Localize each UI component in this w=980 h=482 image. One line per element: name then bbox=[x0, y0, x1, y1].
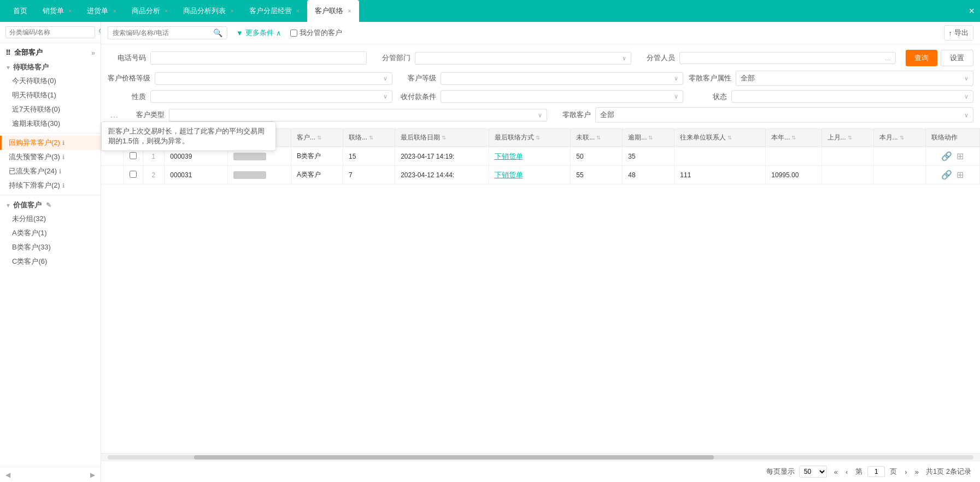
sort-icon-unit[interactable]: ⇅ bbox=[727, 135, 732, 141]
page-prev-button[interactable]: ‹ bbox=[843, 467, 850, 477]
filter-payment-caret: ∨ bbox=[674, 93, 678, 100]
action-grid-icon-1[interactable]: ⊞ bbox=[956, 151, 964, 161]
filter-actions: 查询 设置 bbox=[906, 50, 973, 66]
filter-customer-type: 客户类型 ∨ bbox=[126, 109, 547, 121]
sort-icon-overdue[interactable]: ⇅ bbox=[648, 135, 653, 141]
filter-customer-type-label: 客户类型 bbox=[126, 110, 165, 120]
sidebar-collapse-button[interactable]: » bbox=[91, 49, 95, 57]
sidebar-item-repurchase-abnormal[interactable]: 回购异常客户(2) ℹ bbox=[0, 136, 101, 150]
sidebar-item-class-c[interactable]: C类客户(6) bbox=[0, 254, 101, 269]
sort-icon-cat[interactable]: ⇅ bbox=[317, 135, 321, 141]
sidebar-item-declining[interactable]: 持续下滑客户(2) ℹ bbox=[0, 178, 101, 193]
td-last-month-2 bbox=[821, 166, 873, 184]
sort-icon-type[interactable]: ⇅ bbox=[536, 135, 540, 141]
left-arrow-icon[interactable]: ◀ bbox=[5, 471, 10, 479]
page-last-button[interactable]: » bbox=[912, 467, 922, 477]
per-page-select[interactable]: 50 100 200 bbox=[799, 466, 827, 478]
horizontal-scrollbar[interactable] bbox=[101, 453, 980, 461]
page-number-input[interactable] bbox=[867, 466, 885, 477]
action-grid-icon-2[interactable]: ⊞ bbox=[956, 170, 964, 180]
scroll-thumb[interactable] bbox=[194, 455, 713, 460]
contact-type-link-2[interactable]: 下销货单 bbox=[495, 171, 523, 179]
filter-status-label: 状态 bbox=[689, 92, 727, 102]
nav-sales-close[interactable]: × bbox=[68, 0, 72, 22]
sort-icon-tmonth[interactable]: ⇅ bbox=[900, 135, 904, 141]
search-icon[interactable]: 🔍 bbox=[213, 28, 222, 37]
sidebar-item-today[interactable]: 今天待联络(0) bbox=[0, 74, 101, 88]
search-input[interactable] bbox=[113, 29, 211, 37]
settings-button[interactable]: 设置 bbox=[941, 50, 973, 66]
td-not-contacted-2: 55 bbox=[571, 166, 623, 184]
contact-type-link-1[interactable]: 下销货单 bbox=[495, 152, 523, 160]
filter-retail-customer-select[interactable]: 全部 ∨ bbox=[595, 107, 973, 123]
filter-phone-input[interactable] bbox=[150, 51, 367, 65]
filter-status-select[interactable]: ∨ bbox=[731, 90, 973, 103]
nav-sales[interactable]: 销货单 × bbox=[35, 0, 79, 22]
sort-icon-date[interactable]: ⇅ bbox=[442, 135, 446, 141]
page-next-button[interactable]: › bbox=[902, 467, 909, 477]
sort-icon-year[interactable]: ⇅ bbox=[791, 135, 796, 141]
sidebar-search-input[interactable] bbox=[5, 26, 95, 38]
filter-gender-caret: ∨ bbox=[383, 93, 388, 100]
more-conditions-button[interactable]: ▼ 更多条件 ∧ bbox=[232, 28, 286, 38]
sidebar-item-tomorrow-label: 明天待联络(1) bbox=[12, 91, 56, 99]
filter-payment-select[interactable]: ∨ bbox=[441, 90, 683, 103]
sidebar-item-class-b[interactable]: B类客户(33) bbox=[0, 240, 101, 254]
filter-gender-select[interactable]: ∨ bbox=[150, 90, 392, 103]
sort-icon-not[interactable]: ⇅ bbox=[596, 135, 601, 141]
sidebar-item-week[interactable]: 近7天待联络(0) bbox=[0, 102, 101, 117]
nav-analysis[interactable]: 商品分析 × bbox=[124, 0, 175, 22]
td-checkbox-2[interactable] bbox=[123, 166, 143, 184]
nav-customer-tier-close[interactable]: × bbox=[296, 0, 300, 22]
sidebar-search-icon[interactable]: 🔍 bbox=[98, 28, 101, 37]
filter-manager-select[interactable]: … bbox=[679, 52, 896, 64]
sidebar-item-churned[interactable]: 已流失客户(24) ℹ bbox=[0, 164, 101, 178]
row-1-checkbox[interactable] bbox=[130, 152, 137, 159]
sidebar-divider-2 bbox=[0, 195, 101, 195]
filter-icon: ▼ bbox=[236, 29, 243, 37]
nav-purchase-close[interactable]: × bbox=[113, 0, 116, 22]
nav-analysis-close[interactable]: × bbox=[165, 0, 168, 22]
window-close-button[interactable]: × bbox=[969, 5, 975, 17]
td-last-contact-type-1[interactable]: 下销货单 bbox=[489, 147, 571, 166]
export-button[interactable]: ↑ 导出 bbox=[944, 25, 974, 40]
sidebar-item-class-a[interactable]: A类客户(1) bbox=[0, 226, 101, 240]
filter-price-grade-select[interactable]: ∨ bbox=[155, 72, 392, 85]
nav-home[interactable]: 首页 bbox=[5, 0, 35, 22]
nav-customer-contact[interactable]: 客户联络 × bbox=[307, 0, 359, 22]
sort-icon-contact[interactable]: ⇅ bbox=[369, 135, 373, 141]
sort-icon-lmonth[interactable]: ⇅ bbox=[848, 135, 852, 141]
scroll-track[interactable] bbox=[108, 455, 973, 460]
page-first-button[interactable]: « bbox=[831, 467, 841, 477]
nav-analysis-list[interactable]: 商品分析列表 × bbox=[175, 0, 241, 22]
td-last-contact-type-2[interactable]: 下销货单 bbox=[489, 166, 571, 184]
page-label: 第 bbox=[853, 466, 865, 478]
nav-customer-tier[interactable]: 客户分层经营 × bbox=[242, 0, 307, 22]
sidebar-item-tomorrow[interactable]: 明天待联络(1) bbox=[0, 88, 101, 102]
sidebar-item-unclassified[interactable]: 未分组(32) bbox=[0, 212, 101, 226]
sidebar-group-value[interactable]: ▼ 价值客户 ✎ bbox=[0, 198, 101, 212]
nav-analysis-list-close[interactable]: × bbox=[230, 0, 233, 22]
sidebar-item-churn-risk[interactable]: 流失预警客户(3) ℹ bbox=[0, 150, 101, 164]
action-link-icon-2[interactable]: 🔗 bbox=[941, 170, 952, 180]
th-this-month: 本月...⇅ bbox=[873, 129, 925, 147]
right-arrow-icon[interactable]: ▶ bbox=[90, 471, 95, 479]
action-icons-2: 🔗 ⊞ bbox=[931, 170, 974, 180]
filter-manager: 分管人员 … bbox=[637, 52, 896, 64]
sidebar-item-overdue[interactable]: 逾期未联络(30) bbox=[0, 117, 101, 131]
filter-more-dots[interactable]: … bbox=[108, 110, 121, 120]
filter-dept-select[interactable]: ∨ bbox=[415, 52, 631, 65]
filter-customer-type-select[interactable]: ∨ bbox=[169, 109, 547, 121]
nav-customer-contact-close[interactable]: × bbox=[348, 0, 351, 22]
row-2-checkbox[interactable] bbox=[130, 171, 137, 178]
query-button[interactable]: 查询 bbox=[906, 50, 937, 66]
my-customer-checkbox[interactable] bbox=[290, 30, 297, 37]
sidebar-group-pending[interactable]: ▼ 待联络客户 bbox=[0, 60, 101, 74]
filter-row-4: … 客户类型 ∨ 零散客户 全部 ∨ bbox=[108, 107, 973, 123]
filter-retail-attr-select[interactable]: 全部 ∨ bbox=[736, 71, 973, 86]
nav-purchase[interactable]: 进货单 × bbox=[79, 0, 124, 22]
action-link-icon-1[interactable]: 🔗 bbox=[941, 151, 952, 161]
filter-customer-grade-select[interactable]: ∨ bbox=[441, 72, 683, 85]
edit-icon[interactable]: ✎ bbox=[46, 201, 51, 209]
filter-price-grade-label: 客户价格等级 bbox=[108, 73, 150, 83]
